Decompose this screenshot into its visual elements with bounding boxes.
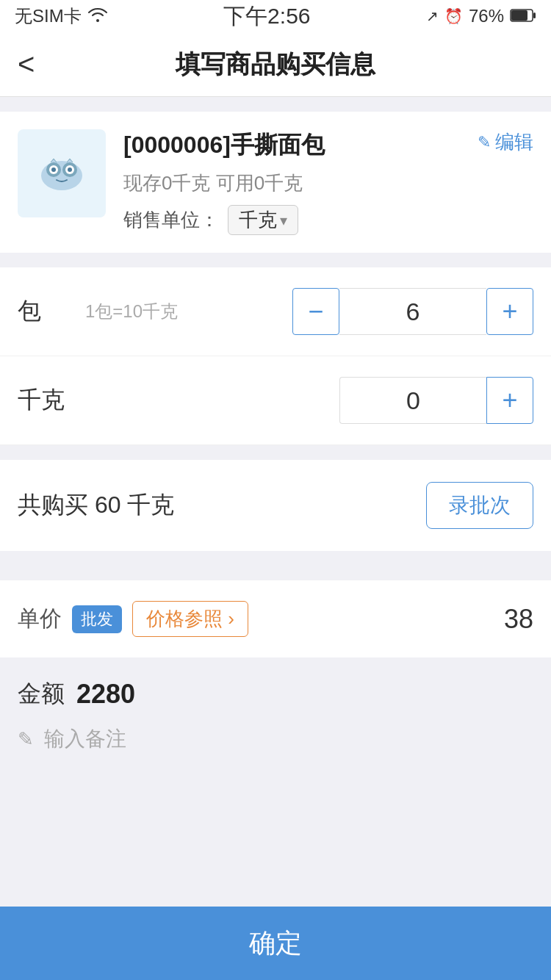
product-logo-icon [36, 148, 87, 200]
status-bar-right: ↗ ⏰ 76% [426, 6, 536, 26]
svg-point-9 [68, 167, 72, 172]
package-controls: − + [292, 288, 533, 335]
kilogram-plus-button[interactable]: + [486, 377, 533, 424]
quantity-section: 包 1包=10千克 − + 千克 + [0, 267, 551, 445]
confirm-button[interactable]: 确定 [0, 907, 551, 980]
package-hint: 1包=10千克 [85, 300, 292, 323]
kilogram-controls: + [339, 377, 533, 424]
kilogram-row: 千克 + [0, 356, 551, 445]
price-value: 38 [504, 604, 533, 635]
battery-percent: 76% [469, 6, 504, 26]
product-card: [0000006]手撕面包 现存0千克 可用0千克 销售单位： 千克 ▾ ✎ 编… [0, 112, 551, 253]
divider-1 [0, 551, 551, 566]
product-unit-row: 销售单位： 千克 ▾ [123, 205, 533, 235]
location-icon: ↗ [426, 7, 439, 25]
product-stock: 现存0千克 可用0千克 [123, 170, 533, 196]
product-image [18, 129, 106, 217]
amount-value: 2280 [76, 679, 135, 710]
summary-text: 共购买 60 千克 [18, 489, 174, 522]
unit-value: 千克 [239, 207, 277, 233]
package-label: 包 [18, 295, 76, 328]
amount-section: 金额 2280 ✎ 输入备注 [0, 657, 551, 765]
alarm-icon: ⏰ [444, 7, 463, 25]
nav-bar: < 填写商品购买信息 [0, 32, 551, 97]
package-minus-button[interactable]: − [292, 288, 339, 335]
back-button[interactable]: < [18, 48, 35, 81]
summary-row: 共购买 60 千克 录批次 [0, 460, 551, 551]
status-bar-time: 下午2:56 [223, 1, 310, 32]
unit-dropdown-icon: ▾ [280, 212, 287, 229]
carrier-label: 无SIM卡 [15, 4, 82, 28]
amount-label: 金额 [18, 678, 65, 710]
edit-icon: ✎ [478, 133, 491, 152]
amount-row: 金额 2280 [18, 678, 533, 710]
price-label: 单价 [18, 604, 62, 634]
page-title: 填写商品购买信息 [176, 48, 375, 82]
pencil-icon: ✎ [18, 728, 34, 751]
unit-label: 销售单位： [123, 207, 219, 233]
unit-selector[interactable]: 千克 ▾ [228, 205, 298, 235]
status-bar: 无SIM卡 下午2:56 ↗ ⏰ 76% [0, 0, 551, 32]
battery-icon [510, 6, 536, 26]
status-bar-left: 无SIM卡 [15, 4, 108, 28]
product-info: [0000006]手撕面包 现存0千克 可用0千克 销售单位： 千克 ▾ [123, 129, 533, 235]
edit-button[interactable]: ✎ 编辑 [478, 129, 533, 155]
edit-label: 编辑 [495, 129, 533, 155]
kilogram-label: 千克 [18, 384, 76, 417]
price-left: 单价 批发 价格参照 › [18, 601, 248, 637]
batch-button[interactable]: 录批次 [426, 482, 533, 529]
batch-tag: 批发 [72, 605, 122, 633]
price-ref-button[interactable]: 价格参照 › [132, 601, 248, 637]
package-plus-button[interactable]: + [486, 288, 533, 335]
remark-placeholder: 输入备注 [44, 725, 126, 753]
package-input[interactable] [339, 288, 486, 335]
svg-point-8 [51, 167, 56, 172]
package-row: 包 1包=10千克 − + [0, 267, 551, 356]
kilogram-input[interactable] [339, 377, 486, 424]
wifi-icon [87, 6, 108, 26]
svg-rect-2 [533, 12, 536, 18]
svg-rect-1 [511, 10, 527, 21]
price-section: 单价 批发 价格参照 › 38 [0, 580, 551, 657]
svg-point-3 [41, 161, 82, 190]
price-row: 单价 批发 价格参照 › 38 [18, 601, 533, 637]
remark-row[interactable]: ✎ 输入备注 [18, 725, 533, 753]
product-name: [0000006]手撕面包 [123, 129, 533, 162]
